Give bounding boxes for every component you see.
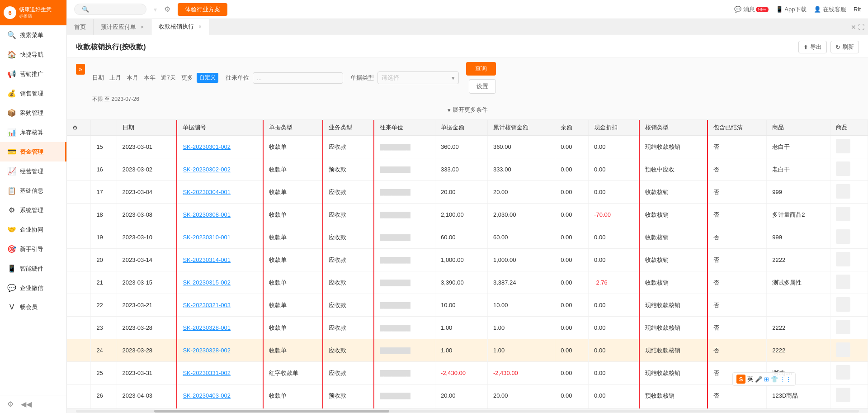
cell-voucher-no[interactable]: SK-20230321-003 xyxy=(177,294,263,317)
online-service[interactable]: 👤 在线客服 xyxy=(814,5,846,14)
tab-collection[interactable]: 收款核销执行 × xyxy=(151,19,209,35)
watermark-more-icon[interactable]: ⋮⋮ xyxy=(780,376,792,383)
cell-cumulative: 1.00 xyxy=(487,339,555,362)
topbar-search[interactable]: 🔍 xyxy=(74,4,146,15)
date-more[interactable]: 更多 xyxy=(179,73,195,83)
refresh-icon: ↻ xyxy=(835,44,840,51)
cell-settled: 否 xyxy=(708,249,767,271)
table-row: 17 2023-03-04 SK-20230304-001 收款单 应收款 ██… xyxy=(67,181,868,204)
sidebar-item-guide[interactable]: 🎯 新手引导 xyxy=(0,239,66,259)
cell-amount: 360.00 xyxy=(435,136,488,158)
cell-cumulative: -2,430.00 xyxy=(487,362,555,385)
export-button[interactable]: ⬆ 导出 xyxy=(798,41,827,53)
cell-voucher-no[interactable]: SK-20230328-001 xyxy=(177,317,263,339)
cell-voucher-no[interactable]: SK-20230331-002 xyxy=(177,362,263,385)
gear-icon[interactable]: ⚙ xyxy=(164,5,170,14)
sidebar-item-wechat[interactable]: 💬 企业微信 xyxy=(0,278,66,298)
cell-goods: 999 xyxy=(767,226,830,249)
sidebar-item-quick-nav[interactable]: 🏠 快捷导航 xyxy=(0,45,66,64)
scrollbar-track[interactable] xyxy=(76,410,859,413)
scrollbar-thumb[interactable] xyxy=(154,410,389,413)
cell-balance: 0.00 xyxy=(555,136,589,158)
watermark-grid-icon[interactable]: ⊞ xyxy=(764,376,769,383)
cell-voucher-no[interactable]: SK-20230328-002 xyxy=(177,339,263,362)
cell-cumulative: 333.00 xyxy=(487,158,555,181)
set-button[interactable]: 设置 xyxy=(469,79,496,94)
filter-expand: ▾ 展开更多条件 xyxy=(76,103,859,115)
th-settings[interactable]: ⚙ xyxy=(67,120,91,136)
cell-voucher-no[interactable]: SK-20230304-001 xyxy=(177,181,263,204)
query-button[interactable]: 查询 xyxy=(466,62,496,76)
sidebar-item-operation[interactable]: 📈 经营管理 xyxy=(0,161,66,181)
cell-balance: 0.00 xyxy=(555,317,589,339)
cell-goods: 2222 xyxy=(767,339,830,362)
cell-amount: 60.00 xyxy=(435,226,488,249)
expand-tab-icon[interactable]: ⛶ xyxy=(858,24,864,31)
cell-verify-type: 现结收款核销 xyxy=(639,362,708,385)
voucher-type-select[interactable]: 请选择 ▾ xyxy=(377,71,459,84)
refresh-button[interactable]: ↻ 刷新 xyxy=(830,41,859,53)
sidebar-item-basic[interactable]: 📋 基础信息 xyxy=(0,181,66,200)
sidebar-item-purchase[interactable]: 📦 采购管理 xyxy=(0,103,66,123)
th-amount: 单据金额 xyxy=(435,120,488,136)
cell-voucher-type: 收款单 xyxy=(263,226,323,249)
cell-amount: 2,100.00 xyxy=(435,204,488,226)
cell-voucher-no[interactable]: SK-20230315-002 xyxy=(177,271,263,294)
cell-rownum: 16 xyxy=(91,158,117,181)
cell-date: 2023-03-01 xyxy=(117,136,177,158)
watermark-mic-icon[interactable]: 🎤 xyxy=(755,376,762,383)
cell-voucher-no[interactable]: SK-20230310-001 xyxy=(177,226,263,249)
date-custom[interactable]: 自定义 xyxy=(197,73,218,83)
partner-input[interactable]: ... xyxy=(253,72,343,84)
date-this-year[interactable]: 本年 xyxy=(142,73,157,83)
sidebar-item-hardware[interactable]: 📱 智能硬件 xyxy=(0,259,66,278)
user-name[interactable]: Rit xyxy=(854,6,861,13)
watermark-shirt-icon[interactable]: 👕 xyxy=(771,376,778,383)
cell-verify-type: 现结收款核销 xyxy=(639,317,708,339)
cell-settings xyxy=(67,385,91,407)
close-tab-icon[interactable]: ✕ xyxy=(851,24,856,31)
sidebar-item-system[interactable]: ⚙ 系统管理 xyxy=(0,200,66,220)
cell-voucher-no[interactable]: SK-20230403-002 xyxy=(177,385,263,407)
tab-home[interactable]: 首页 xyxy=(67,19,94,35)
cell-settings xyxy=(67,249,91,271)
tab-close-pending[interactable]: × xyxy=(141,24,144,30)
sidebar-bottom: ⚙ ◀◀ xyxy=(0,395,66,413)
message-badge: 99+ xyxy=(756,7,769,12)
date-last-month[interactable]: 上月 xyxy=(108,73,123,83)
header-actions: ⬆ 导出 ↻ 刷新 xyxy=(798,41,859,53)
sidebar-item-member[interactable]: V 畅会员 xyxy=(0,298,66,317)
app-download[interactable]: 📱 App下载 xyxy=(776,5,807,14)
date-7days[interactable]: 近7天 xyxy=(159,73,178,83)
chevron-down-icon: ▾ xyxy=(452,75,455,81)
sidebar-item-sales[interactable]: 💰 销售管理 xyxy=(0,84,66,103)
settings-bottom-icon[interactable]: ⚙ xyxy=(7,400,14,408)
sidebar-item-enterprise[interactable]: 🤝 企业协同 xyxy=(0,220,66,239)
cell-date: 2023-03-02 xyxy=(117,158,177,181)
system-icon: ⚙ xyxy=(7,206,16,214)
cell-goods2 xyxy=(830,136,868,158)
sidebar-logo: 6 畅康道好生意 标推版 xyxy=(0,0,66,25)
collapse-icon[interactable]: ◀◀ xyxy=(21,400,32,408)
message-area[interactable]: 💬 消息99+ xyxy=(734,5,769,14)
cell-voucher-no[interactable]: SK-20230314-001 xyxy=(177,249,263,271)
sidebar-item-finance[interactable]: 💳 资金管理 xyxy=(0,142,66,161)
sidebar-item-inventory[interactable]: 📊 库存核算 xyxy=(0,123,66,142)
filter-toggle-btn[interactable]: » xyxy=(76,64,85,75)
date-this-month[interactable]: 本月 xyxy=(125,73,140,83)
cell-rownum: 25 xyxy=(91,362,117,385)
sidebar-item-search[interactable]: 🔍 搜索菜单 xyxy=(0,25,66,45)
horizontal-scrollbar[interactable] xyxy=(67,408,868,413)
th-settled: 包含已结清 xyxy=(708,120,767,136)
table-wrapper[interactable]: ⚙ 日期 单据编号 单据类型 业务类型 往来单位 单据金额 累计核销金额 余额 … xyxy=(67,120,868,408)
cell-voucher-no[interactable]: SK-20230301-002 xyxy=(177,136,263,158)
solution-button[interactable]: 体验行业方案 xyxy=(178,3,227,16)
cell-settings xyxy=(67,181,91,204)
tab-pending[interactable]: 预计应应付单 × xyxy=(94,19,151,35)
expand-conditions-btn[interactable]: ▾ 展开更多条件 xyxy=(448,106,488,114)
sidebar-item-marketing[interactable]: 📢 营销推广 xyxy=(0,64,66,84)
tab-close-collection[interactable]: × xyxy=(198,24,202,30)
cell-voucher-no[interactable]: SK-20230302-002 xyxy=(177,158,263,181)
cell-voucher-no[interactable]: SK-20230308-001 xyxy=(177,204,263,226)
cell-voucher-type: 红字收款单 xyxy=(263,362,323,385)
